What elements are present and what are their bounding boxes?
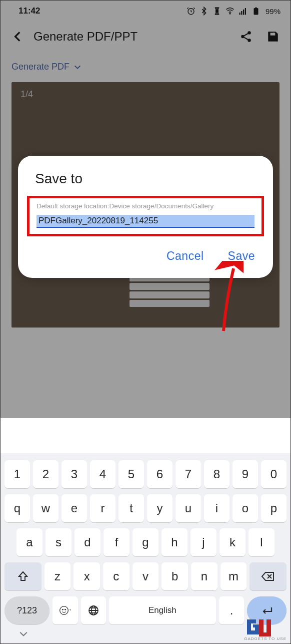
key-k[interactable]: k	[220, 528, 246, 556]
key-backspace[interactable]	[250, 562, 286, 590]
key-c[interactable]: c	[103, 562, 130, 590]
key-y[interactable]: y	[147, 494, 172, 522]
key-z[interactable]: z	[44, 562, 71, 590]
key-language[interactable]	[81, 596, 106, 624]
storage-path-label: Default storage location:Device storage/…	[36, 202, 254, 210]
backspace-icon	[261, 570, 275, 582]
key-8[interactable]: 8	[204, 460, 230, 488]
key-q[interactable]: q	[4, 494, 30, 522]
enter-icon	[260, 604, 274, 616]
svg-point-9	[241, 35, 244, 39]
battery-icon	[252, 7, 260, 16]
svg-point-13	[62, 609, 64, 610]
svg-point-1	[230, 14, 230, 15]
watermark: GADGETS TO USE	[244, 617, 286, 641]
page-counter: 1/4	[20, 89, 33, 100]
key-r[interactable]: r	[90, 494, 116, 522]
keyboard-row-asdf: a s d f g h j k l	[4, 528, 286, 556]
back-icon[interactable]	[12, 30, 24, 43]
key-7[interactable]: 7	[176, 460, 201, 488]
keyboard-row-numbers: 1 2 3 4 5 6 7 8 9 0	[4, 460, 286, 488]
key-5[interactable]: 5	[118, 460, 144, 488]
key-a[interactable]: a	[16, 528, 42, 556]
key-6[interactable]: 6	[147, 460, 172, 488]
key-shift[interactable]	[4, 562, 42, 590]
svg-point-8	[248, 31, 251, 34]
key-m[interactable]: m	[220, 562, 247, 590]
cancel-button[interactable]: Cancel	[166, 249, 204, 263]
generate-dropdown[interactable]: Generate PDF	[12, 62, 82, 72]
generate-label: Generate PDF	[12, 62, 70, 72]
keyboard: 1 2 3 4 5 6 7 8 9 0 q w e r t y u i o p …	[0, 453, 290, 643]
svg-rect-7	[255, 8, 256, 9]
save-button[interactable]: Save	[228, 249, 255, 263]
key-1[interactable]: 1	[4, 460, 30, 488]
key-f[interactable]: f	[104, 528, 130, 556]
key-emoji[interactable]: ,	[52, 596, 78, 624]
key-n[interactable]: n	[191, 562, 218, 590]
key-g[interactable]: g	[132, 528, 158, 556]
svg-rect-3	[241, 11, 242, 15]
alarm-icon	[186, 7, 196, 16]
save-to-modal: Save to Default storage location:Device …	[18, 156, 273, 278]
save-icon[interactable]	[266, 30, 280, 43]
bluetooth-icon	[200, 7, 208, 16]
key-x[interactable]: x	[74, 562, 100, 590]
keyboard-row-qwerty: q w e r t y u i o p	[4, 494, 286, 522]
chevron-down-icon	[18, 630, 28, 637]
status-icons: 99%	[186, 7, 280, 16]
key-u[interactable]: u	[176, 494, 201, 522]
status-bar: 11:42 99%	[0, 1, 290, 20]
shift-icon	[17, 570, 29, 582]
app-bar: Generate PDF/PPT	[0, 20, 290, 53]
svg-point-10	[248, 39, 251, 42]
key-s[interactable]: s	[46, 528, 72, 556]
svg-rect-2	[239, 13, 240, 15]
watermark-text: GADGETS TO USE	[244, 636, 286, 641]
svg-rect-6	[254, 8, 258, 15]
wifi-icon	[226, 7, 234, 16]
key-b[interactable]: b	[162, 562, 188, 590]
key-i[interactable]: i	[204, 494, 230, 522]
svg-point-12	[60, 606, 68, 615]
status-time: 11:42	[10, 6, 40, 16]
key-symbols[interactable]: ?123	[4, 596, 50, 624]
key-o[interactable]: o	[232, 494, 258, 522]
keyboard-row-zxcv: z x c v b n m	[4, 562, 286, 590]
key-0[interactable]: 0	[261, 460, 286, 488]
svg-rect-19	[266, 619, 271, 632]
filename-input[interactable]	[36, 215, 254, 228]
key-2[interactable]: 2	[33, 460, 58, 488]
watermark-logo-icon	[244, 617, 274, 636]
key-period[interactable]: .	[219, 596, 244, 624]
svg-rect-17	[259, 619, 264, 632]
key-space[interactable]: English	[109, 596, 216, 624]
key-j[interactable]: j	[190, 528, 216, 556]
key-4[interactable]: 4	[90, 460, 116, 488]
key-v[interactable]: v	[132, 562, 159, 590]
key-l[interactable]: l	[248, 528, 274, 556]
key-9[interactable]: 9	[232, 460, 258, 488]
chevron-down-icon	[74, 63, 82, 71]
key-w[interactable]: w	[33, 494, 58, 522]
share-icon[interactable]	[240, 30, 252, 43]
key-d[interactable]: d	[74, 528, 100, 556]
svg-rect-5	[245, 8, 246, 15]
generate-row: Generate PDF	[0, 53, 290, 77]
annotation-highlight: Default storage location:Device storage/…	[27, 196, 264, 236]
page-title: Generate PDF/PPT	[34, 30, 230, 44]
battery-percent: 99%	[266, 7, 280, 16]
key-p[interactable]: p	[261, 494, 286, 522]
key-e[interactable]: e	[62, 494, 87, 522]
key-3[interactable]: 3	[62, 460, 87, 488]
svg-rect-4	[243, 10, 244, 15]
signal-icon	[238, 7, 248, 16]
modal-title: Save to	[18, 171, 273, 196]
globe-icon	[88, 604, 100, 616]
svg-rect-11	[273, 33, 274, 35]
key-h[interactable]: h	[162, 528, 188, 556]
phone-icon	[212, 7, 222, 16]
svg-point-14	[65, 609, 66, 610]
key-t[interactable]: t	[118, 494, 144, 522]
emoji-icon	[59, 605, 69, 615]
